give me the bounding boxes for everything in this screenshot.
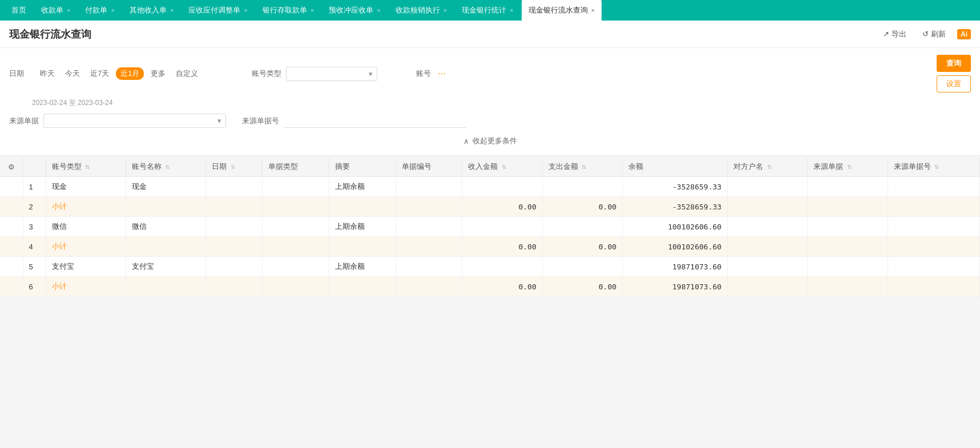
- table-row[interactable]: 1现金现金上期余额-3528659.33: [0, 177, 980, 197]
- export-button[interactable]: ↗ 导出: [878, 27, 911, 42]
- close-icon[interactable]: ×: [510, 0, 513, 21]
- account-type-select[interactable]: [286, 67, 377, 81]
- nav-home[interactable]: 首页: [5, 0, 33, 21]
- sort-icon[interactable]: ⇅: [231, 164, 235, 170]
- sort-icon[interactable]: ⇅: [502, 164, 506, 170]
- table-cell: [262, 237, 329, 257]
- table-cell: -3528659.33: [623, 177, 728, 197]
- table-cell: 2: [23, 197, 46, 217]
- table-cell: [126, 237, 205, 257]
- source-doc-no-input[interactable]: [284, 114, 466, 128]
- account-no-label: 账号: [416, 68, 431, 79]
- close-icon[interactable]: ×: [377, 0, 380, 21]
- close-icon[interactable]: ×: [591, 0, 595, 21]
- source-doc-select-wrapper: [43, 114, 226, 128]
- table-row[interactable]: 3微信微信上期余额100102606.60: [0, 217, 980, 237]
- date-opt-1month[interactable]: 近1月: [116, 67, 144, 80]
- nav-tab-shoukuanhexiao[interactable]: 收款核销执行 ×: [389, 0, 454, 21]
- sort-icon[interactable]: ⇅: [165, 164, 170, 170]
- settings-icon[interactable]: ⚙: [8, 163, 15, 171]
- table-cell: 小计: [46, 277, 126, 297]
- nav-tab-yinhang[interactable]: 银行存取款单 ×: [256, 0, 321, 21]
- th-date: 日期 ⇅: [206, 157, 263, 177]
- query-button[interactable]: 查询: [937, 55, 971, 72]
- setting-button[interactable]: 设置: [937, 75, 971, 92]
- sort-icon[interactable]: ⇅: [85, 164, 90, 170]
- sort-icon[interactable]: ⇅: [582, 164, 586, 170]
- table-cell: 小计: [46, 197, 126, 217]
- date-filter-label: 日期: [9, 68, 32, 79]
- table-row[interactable]: 6小计0.000.0019871073.60: [0, 277, 980, 297]
- collapse-button[interactable]: ∧ 收起更多条件: [9, 134, 971, 148]
- account-type-select-wrapper: [286, 67, 377, 81]
- table-cell: [262, 197, 329, 217]
- table-row[interactable]: 5支付宝支付宝上期余额19871073.60: [0, 257, 980, 277]
- table-cell: [808, 237, 888, 257]
- nav-tab-qitashouru[interactable]: 其他收入单 ×: [123, 0, 180, 21]
- table-cell: 0.00: [462, 277, 542, 297]
- th-summary: 摘要: [329, 157, 396, 177]
- table-cell: [396, 277, 462, 297]
- date-opt-today[interactable]: 今天: [62, 67, 83, 80]
- date-range-text: 2023-02-24 至 2023-03-24: [32, 99, 112, 107]
- close-icon[interactable]: ×: [111, 0, 114, 21]
- table-cell: 上期余额: [329, 257, 396, 277]
- date-opt-custom[interactable]: 自定义: [172, 67, 201, 80]
- th-doc-no: 单据编号: [396, 157, 462, 177]
- table-cell: [0, 257, 23, 277]
- nav-tab-xianjintongji[interactable]: 现金银行统计 ×: [455, 0, 520, 21]
- table-body: 1现金现金上期余额-3528659.332小计0.000.00-3528659.…: [0, 177, 980, 297]
- table-cell: 支付宝: [46, 257, 126, 277]
- table-cell: [396, 257, 462, 277]
- table-cell: [808, 277, 888, 297]
- table-cell: 19871073.60: [623, 277, 728, 297]
- close-icon[interactable]: ×: [170, 0, 174, 21]
- nav-tab-fukuan[interactable]: 付款单 ×: [78, 0, 121, 21]
- sort-icon[interactable]: ⇅: [767, 164, 772, 170]
- table-cell: [888, 277, 979, 297]
- table-cell: [329, 237, 396, 257]
- table-cell: [396, 197, 462, 217]
- date-opt-more[interactable]: 更多: [147, 67, 169, 80]
- nav-tab-shoukuan[interactable]: 收款单 ×: [34, 0, 77, 21]
- table-row[interactable]: 4小计0.000.00100102606.60: [0, 237, 980, 257]
- table-row[interactable]: 2小计0.000.00-3528659.33: [0, 197, 980, 217]
- account-type-label: 账号类型: [252, 68, 281, 79]
- nav-tab-yushou[interactable]: 预收冲应收单 ×: [322, 0, 387, 21]
- table-cell: [888, 237, 979, 257]
- table-cell: [728, 277, 808, 297]
- source-doc-select[interactable]: [43, 114, 226, 128]
- table-cell: [396, 237, 462, 257]
- nav-tab-yingshouyingfu[interactable]: 应收应付调整单 ×: [182, 0, 254, 21]
- table-cell: [262, 277, 329, 297]
- th-account-name: 账号名称 ⇅: [126, 157, 205, 177]
- account-no-dots[interactable]: ···: [435, 68, 447, 79]
- close-icon[interactable]: ×: [67, 0, 70, 21]
- table-cell: [396, 177, 462, 197]
- table-cell: [0, 217, 23, 237]
- table-cell: [728, 217, 808, 237]
- sort-icon[interactable]: ⇅: [847, 164, 852, 170]
- refresh-button[interactable]: ↺ 刷新: [918, 27, 950, 42]
- close-icon[interactable]: ×: [443, 0, 447, 21]
- th-expense: 支出金额 ⇅: [542, 157, 622, 177]
- table-cell: 支付宝: [126, 257, 205, 277]
- ai-button[interactable]: Ai: [957, 29, 971, 39]
- table-cell: 4: [23, 237, 46, 257]
- top-navigation: 首页 收款单 × 付款单 × 其他收入单 × 应收应付调整单 × 银行存取款单 …: [0, 0, 980, 21]
- table-cell: [206, 277, 263, 297]
- nav-tab-liushuichaxun[interactable]: 现金银行流水查询 ×: [522, 0, 602, 21]
- filter-area: 日期 昨天 今天 近7天 近1月 更多 自定义 账号类型 账号 ···: [0, 48, 980, 156]
- th-counterparty: 对方户名 ⇅: [728, 157, 808, 177]
- table-cell: 0.00: [462, 197, 542, 217]
- table-cell: [808, 217, 888, 237]
- th-income: 收入金额 ⇅: [462, 157, 542, 177]
- close-icon[interactable]: ×: [310, 0, 314, 21]
- date-opt-7days[interactable]: 近7天: [87, 67, 112, 80]
- date-opt-yesterday[interactable]: 昨天: [37, 67, 58, 80]
- chevron-up-icon: ∧: [463, 137, 469, 146]
- table-cell: 小计: [46, 237, 126, 257]
- close-icon[interactable]: ×: [244, 0, 247, 21]
- sort-icon[interactable]: ⇅: [934, 164, 939, 170]
- table-cell: [262, 177, 329, 197]
